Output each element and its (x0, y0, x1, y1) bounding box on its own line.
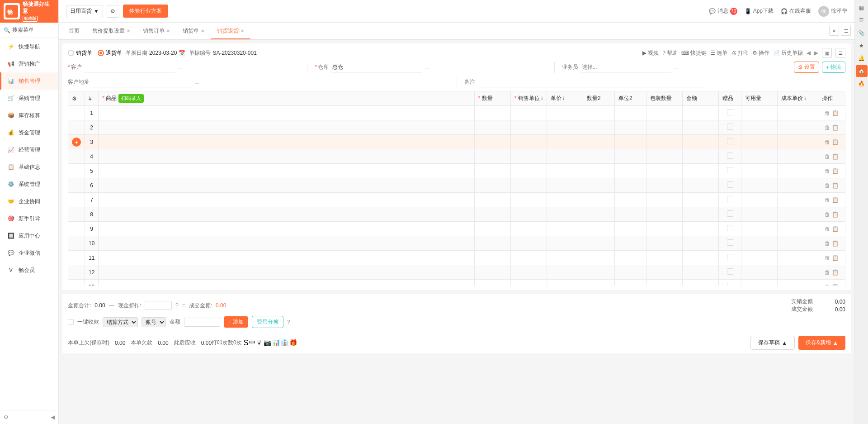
sidebar-item-marketing[interactable]: 📢 营销推广 (0, 55, 58, 72)
scan-input-btn[interactable]: 扫码录入 (118, 94, 144, 103)
cost-cell[interactable] (778, 135, 818, 149)
unit2-cell[interactable] (615, 265, 646, 280)
price-cell[interactable] (547, 120, 583, 135)
cost-cell[interactable] (778, 120, 818, 135)
delete-row-icon[interactable]: 🗑 (825, 168, 830, 174)
select-action[interactable]: ☰ 选单 (710, 49, 727, 57)
sidebar-search[interactable]: 🔍 搜索菜单 (0, 23, 58, 38)
gift-checkbox[interactable] (727, 283, 733, 286)
amount-cell[interactable] (683, 178, 719, 193)
sidebar-item-purchase[interactable]: 🛒 采购管理 (0, 90, 58, 107)
delete-row-icon[interactable]: 🗑 (825, 211, 830, 218)
qty2-cell[interactable] (583, 222, 615, 236)
sidebar-item-basic[interactable]: 📋 基础信息 (0, 158, 58, 176)
product-cell[interactable] (99, 251, 474, 265)
gift-checkbox[interactable] (727, 181, 733, 188)
nav-next-icon[interactable]: ▶ (814, 50, 818, 56)
qty2-cell[interactable] (583, 178, 615, 193)
pack-cell[interactable] (646, 106, 683, 120)
product-cell[interactable] (99, 135, 474, 149)
copy-row-icon[interactable]: 📋 (832, 110, 839, 116)
gift-cell[interactable] (719, 236, 741, 251)
cost-cell[interactable] (778, 222, 818, 236)
qty-cell[interactable] (474, 236, 510, 251)
shortcut-action[interactable]: ⌨ 快捷键 (681, 49, 707, 57)
price-cell[interactable] (547, 193, 583, 207)
avail-cell[interactable] (741, 265, 778, 280)
qty-cell[interactable] (474, 164, 510, 178)
qty2-cell[interactable] (583, 164, 615, 178)
delete-row-icon[interactable]: 🗑 (825, 240, 830, 247)
unit2-cell[interactable] (615, 193, 646, 207)
unit-cell[interactable] (510, 120, 547, 135)
price-cell[interactable] (547, 265, 583, 280)
fee-help-icon[interactable]: ? (287, 319, 290, 325)
sidebar-item-shortcut[interactable]: ⚡ 快捷导航 (0, 38, 58, 55)
copy-row-icon[interactable]: 📋 (832, 139, 839, 145)
address-input[interactable] (92, 77, 192, 87)
cost-cell[interactable] (778, 106, 818, 120)
qty-cell[interactable] (474, 120, 510, 135)
delete-row-icon[interactable]: 🗑 (825, 255, 830, 261)
th-gear[interactable]: ⚙ (68, 91, 85, 106)
price-cell[interactable] (547, 178, 583, 193)
qty2-cell[interactable] (583, 193, 615, 207)
logistics-button[interactable]: + 物流 (822, 62, 845, 73)
right-icon-5[interactable]: 🔔 (856, 52, 868, 64)
settlement-select[interactable]: 结算方式 (103, 317, 138, 327)
online-service-btn[interactable]: 🎧 在线客服 (781, 7, 811, 15)
history-action[interactable]: 📄 历史单据 (773, 49, 803, 57)
salesperson-picker-btn[interactable]: ... (674, 64, 679, 71)
delete-row-icon[interactable]: 🗑 (825, 197, 830, 203)
topbar-gear-btn[interactable]: ⚙ (107, 5, 119, 18)
cost-cell[interactable] (778, 164, 818, 178)
address-picker-btn[interactable]: ... (194, 79, 199, 85)
pack-cell[interactable] (646, 120, 683, 135)
copy-row-icon[interactable]: 📋 (832, 211, 839, 218)
tab-home[interactable]: 首页 (62, 24, 86, 39)
discount-input[interactable] (145, 301, 172, 310)
gift-cell[interactable] (719, 135, 741, 149)
try-plan-button[interactable]: 体验行业方案 (123, 5, 168, 18)
one-key-checkbox[interactable] (68, 319, 74, 325)
avail-cell[interactable] (741, 236, 778, 251)
right-icon-7[interactable]: 🔥 (856, 78, 868, 90)
right-icon-2[interactable]: ☰ (856, 14, 868, 26)
product-cell[interactable] (99, 178, 474, 193)
unit-cell[interactable] (510, 251, 547, 265)
right-icon-1[interactable]: ▦ (856, 2, 868, 14)
product-cell[interactable] (99, 207, 474, 222)
pack-cell[interactable] (646, 178, 683, 193)
product-cell[interactable] (99, 120, 474, 135)
qty2-cell[interactable] (583, 265, 615, 280)
qty2-cell[interactable] (583, 236, 615, 251)
amount-cell[interactable] (683, 164, 719, 178)
cost-cell[interactable] (778, 265, 818, 280)
copy-row-icon[interactable]: 📋 (832, 168, 839, 174)
unit-cell[interactable] (510, 135, 547, 149)
gift-cell[interactable] (719, 265, 741, 280)
sidebar-item-cooperation[interactable]: 🤝 企业协同 (0, 193, 58, 210)
cost-info-icon[interactable]: ℹ (804, 96, 806, 101)
pack-cell[interactable] (646, 164, 683, 178)
tab-sale-setting[interactable]: 售价提取设置 ✕ (86, 24, 137, 39)
avail-cell[interactable] (741, 164, 778, 178)
unit-cell[interactable] (510, 178, 547, 193)
amount-cell[interactable] (683, 149, 719, 164)
tab-close-sale-setting[interactable]: ✕ (127, 29, 130, 33)
delete-row-icon[interactable]: 🗑 (825, 110, 830, 116)
avail-cell[interactable] (741, 149, 778, 164)
add-row-btn[interactable]: + (72, 138, 81, 147)
calendar-icon[interactable]: 📅 (179, 50, 185, 56)
tab-close-sale-delivery[interactable]: ✕ (201, 29, 204, 33)
warehouse-picker-btn[interactable]: ... (425, 64, 429, 71)
product-input-3[interactable] (102, 139, 470, 145)
gift-cell[interactable] (719, 106, 741, 120)
avail-cell[interactable] (741, 106, 778, 120)
sidebar-item-apps[interactable]: 🔲 应用中心 (0, 227, 58, 244)
unit2-cell[interactable] (615, 135, 646, 149)
discount-help-icon[interactable]: ? (175, 302, 179, 309)
remark-input[interactable] (478, 77, 704, 87)
unit2-cell[interactable] (615, 106, 646, 120)
unit2-cell[interactable] (615, 120, 646, 135)
